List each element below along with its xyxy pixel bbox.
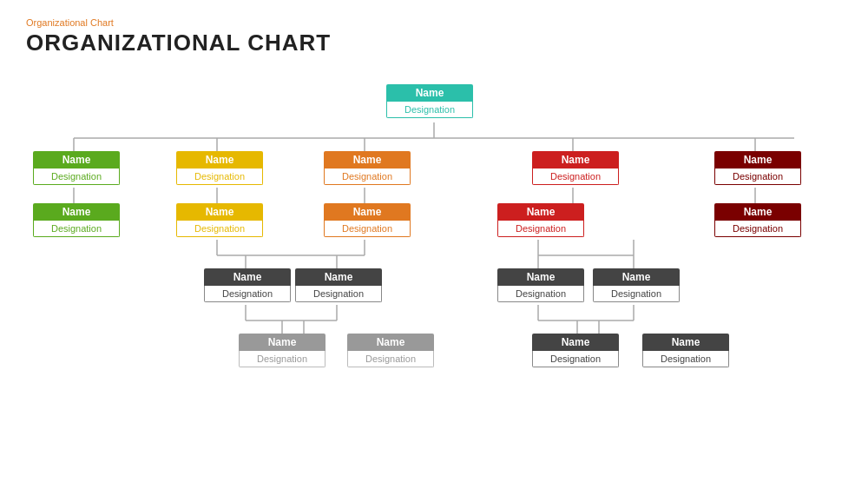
node-l1-1-desig: Designation — [176, 169, 263, 185]
node-l4-3-name: Name — [642, 334, 729, 351]
node-l1-2-desig: Designation — [324, 169, 411, 185]
node-l4-0-name: Name — [239, 334, 326, 351]
node-l3-1: Name Designation — [295, 268, 382, 302]
node-l3-0: Name Designation — [204, 268, 291, 302]
node-l2-2: Name Designation — [324, 203, 411, 237]
node-l1-3: Name Designation — [532, 151, 619, 185]
node-l2-4-name: Name — [714, 203, 801, 221]
node-l3-3: Name Designation — [593, 268, 680, 302]
node-l1-1-name: Name — [176, 151, 263, 169]
node-l2-2-name: Name — [324, 203, 411, 221]
node-l2-3: Name Designation — [497, 203, 584, 237]
node-l2-1-name: Name — [176, 203, 263, 221]
node-l4-2-name: Name — [532, 334, 619, 351]
node-l2-3-name: Name — [497, 203, 584, 221]
node-l3-2: Name Designation — [497, 268, 584, 302]
subtitle: Organizational Chart — [26, 17, 842, 28]
node-l4-3: Name Designation — [642, 334, 729, 367]
node-l4-2: Name Designation — [532, 334, 619, 367]
node-l3-2-name: Name — [497, 268, 584, 286]
node-l2-4-desig: Designation — [714, 221, 801, 237]
main-title: ORGANIZATIONAL CHART — [26, 30, 842, 56]
node-l1-2: Name Designation — [324, 151, 411, 185]
node-l2-1: Name Designation — [176, 203, 263, 237]
page: Organizational Chart ORGANIZATIONAL CHAR… — [0, 0, 868, 489]
node-l4-3-desig: Designation — [642, 351, 729, 367]
chart-area: Name Designation Name Designation Name D… — [26, 69, 842, 459]
node-l1-0: Name Designation — [33, 151, 120, 185]
node-l2-4: Name Designation — [714, 203, 801, 237]
connectors-svg — [26, 69, 842, 459]
node-l1-3-desig: Designation — [532, 169, 619, 185]
node-root: Name Designation — [386, 84, 473, 118]
node-l3-1-desig: Designation — [295, 286, 382, 302]
node-l4-0: Name Designation — [239, 334, 326, 367]
node-l1-4: Name Designation — [714, 151, 801, 185]
node-l2-0-desig: Designation — [33, 221, 120, 237]
node-l2-0: Name Designation — [33, 203, 120, 237]
node-l3-0-name: Name — [204, 268, 291, 286]
node-l1-3-name: Name — [532, 151, 619, 169]
node-l3-3-desig: Designation — [593, 286, 680, 302]
node-l4-2-desig: Designation — [532, 351, 619, 367]
node-l2-1-desig: Designation — [176, 221, 263, 237]
node-l1-4-name: Name — [714, 151, 801, 169]
node-l1-0-desig: Designation — [33, 169, 120, 185]
node-l2-2-desig: Designation — [324, 221, 411, 237]
node-l4-1: Name Designation — [347, 334, 434, 367]
node-l1-1: Name Designation — [176, 151, 263, 185]
node-l3-2-desig: Designation — [497, 286, 584, 302]
node-l1-0-name: Name — [33, 151, 120, 169]
node-l2-3-desig: Designation — [497, 221, 584, 237]
node-l4-1-desig: Designation — [347, 351, 434, 367]
node-l4-0-desig: Designation — [239, 351, 326, 367]
node-l2-0-name: Name — [33, 203, 120, 221]
node-l4-1-name: Name — [347, 334, 434, 351]
node-root-name: Name — [386, 84, 473, 102]
node-l3-3-name: Name — [593, 268, 680, 286]
node-l3-0-desig: Designation — [204, 286, 291, 302]
node-l3-1-name: Name — [295, 268, 382, 286]
node-l1-2-name: Name — [324, 151, 411, 169]
node-l1-4-desig: Designation — [714, 169, 801, 185]
node-root-designation: Designation — [386, 102, 473, 118]
